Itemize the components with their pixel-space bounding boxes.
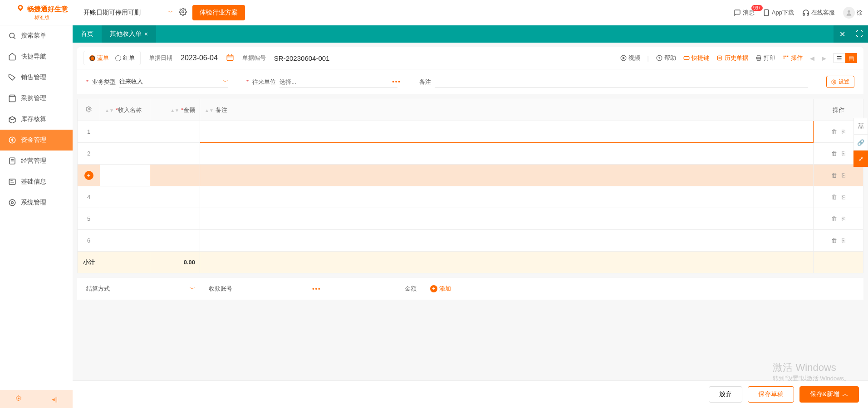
save-draft-button[interactable]: 保存草稿 [748, 386, 794, 403]
sidebar-footer: ◂∥ [0, 390, 73, 408]
footer: 放弃 保存草稿 保存&新增︿ [73, 380, 868, 408]
col-income-name[interactable]: ▲▼*收入名称 [100, 99, 150, 121]
messages-button[interactable]: 消息 99+ [734, 9, 755, 17]
col-amount[interactable]: ▲▼*金额 [150, 99, 200, 121]
delete-icon[interactable]: 🗑 [831, 194, 837, 200]
remark-input[interactable] [435, 77, 808, 87]
copy-icon[interactable]: ⎘ [842, 215, 845, 222]
add-row-button[interactable]: + [84, 171, 93, 180]
rail-expand-icon[interactable]: ⤢ [853, 151, 868, 167]
more-icon[interactable]: ••• [392, 78, 401, 85]
copy-icon[interactable]: ⎘ [842, 172, 845, 179]
no-label: 单据编号 [242, 54, 266, 62]
settle-method-field[interactable]: 结算方式 ﹀ [86, 283, 195, 294]
rail-note-icon[interactable]: 䓵 [853, 118, 868, 134]
svg-point-35 [834, 81, 835, 83]
partner-input[interactable] [280, 77, 397, 87]
close-icon[interactable]: × [144, 30, 148, 38]
delete-icon[interactable]: 🗑 [831, 237, 837, 244]
calendar-icon[interactable] [226, 53, 234, 63]
save-new-button[interactable]: 保存&新增︿ [799, 386, 859, 403]
doc-icon [8, 157, 16, 165]
sidebar-item-search[interactable]: 搜索菜单 [0, 25, 73, 46]
money-icon [8, 136, 16, 144]
main: 首页 其他收入单× ✕ ⛶ 蓝单 红单 单据日期 2023-06-04 单据编号… [73, 25, 868, 408]
biztype-input[interactable] [119, 77, 228, 87]
operate-button[interactable]: 操作 [783, 54, 803, 62]
mobile-icon [763, 9, 770, 16]
app-download-button[interactable]: App下载 [763, 9, 794, 17]
sidebar-item-basic[interactable]: 基础信息 [0, 171, 73, 192]
tab-close-button[interactable]: ✕ [834, 25, 851, 43]
remark-field[interactable]: 备注 [419, 77, 808, 87]
view-list-button[interactable]: ☰ [834, 53, 845, 63]
collapse-icon[interactable]: ◂∥ [52, 396, 58, 403]
next-button[interactable]: ▶ [822, 55, 826, 62]
table-row[interactable]: 6 🗑⎘ [78, 230, 863, 252]
sort-icon: ▲▼ [170, 109, 179, 112]
info-icon [8, 178, 16, 186]
table-row[interactable]: 5 🗑⎘ [78, 208, 863, 230]
sidebar-item-inventory[interactable]: 库存核算 [0, 109, 73, 130]
svg-point-16 [18, 398, 20, 399]
sidebar-item-operation[interactable]: 经营管理 [0, 151, 73, 171]
settings-icon[interactable] [15, 395, 22, 403]
top-header: 畅捷通好生意 标准版 开账日期可停用可删 ﹀ 体验行业方案 消息 99+ App… [0, 0, 868, 25]
video-button[interactable]: 视频 [620, 54, 640, 62]
radio-blue[interactable]: 蓝单 [89, 54, 109, 62]
copy-icon[interactable]: ⎘ [842, 194, 845, 200]
account-period-dropdown[interactable]: 开账日期可停用可删 ﹀ [83, 9, 173, 17]
radio-red[interactable]: 红单 [115, 54, 135, 62]
sidebar-item-nav[interactable]: 快捷导航 [0, 46, 73, 67]
date-value[interactable]: 2023-06-04 [181, 54, 218, 62]
table-row[interactable]: 2 🗑⎘ [78, 143, 863, 165]
sidebar-item-purchase[interactable]: 采购管理 [0, 88, 73, 109]
settle-method-input[interactable] [113, 283, 195, 294]
chevron-down-icon[interactable]: ﹀ [190, 285, 195, 293]
discard-button[interactable]: 放弃 [709, 386, 742, 403]
chevron-down-icon[interactable]: ﹀ [223, 78, 228, 86]
add-settlement-button[interactable]: +添加 [430, 285, 451, 293]
prev-button[interactable]: ◀ [810, 55, 814, 62]
experience-plan-button[interactable]: 体验行业方案 [192, 5, 245, 20]
copy-icon[interactable]: ⎘ [842, 237, 845, 244]
online-service-button[interactable]: 在线客服 [802, 9, 835, 17]
gear-icon[interactable] [179, 8, 187, 17]
view-detail-button[interactable]: ▤ [845, 53, 857, 63]
print-button[interactable]: 打印 [755, 54, 775, 62]
fullscreen-icon[interactable]: ⛶ [851, 25, 868, 43]
biztype-field[interactable]: * 业务类型 ﹀ [86, 77, 228, 87]
account-field[interactable]: 收款账号 ••• [209, 283, 321, 294]
help-button[interactable]: 帮助 [656, 54, 676, 62]
rail-link-icon[interactable]: 🔗 [853, 134, 868, 151]
shortcut-button[interactable]: 快捷键 [683, 54, 709, 62]
dropdown-label: 开账日期可停用可删 [83, 9, 141, 17]
delete-icon[interactable]: 🗑 [831, 128, 837, 135]
amount-input[interactable] [335, 283, 417, 294]
sidebar-item-finance[interactable]: 资金管理 [0, 130, 73, 151]
copy-icon[interactable]: ⎘ [842, 150, 845, 157]
copy-icon[interactable]: ⎘ [842, 128, 845, 135]
delete-icon[interactable]: 🗑 [831, 150, 837, 157]
history-button[interactable]: 历史单据 [716, 54, 748, 62]
user-menu[interactable]: 徐 [843, 7, 863, 19]
table-row-add[interactable]: + 🗑⎘ [78, 165, 863, 186]
table-row[interactable]: 4 🗑⎘ [78, 186, 863, 208]
more-icon[interactable]: ••• [312, 286, 321, 292]
col-remark[interactable]: ▲▼备注 [200, 99, 814, 121]
date-label: 单据日期 [149, 54, 172, 62]
delete-icon[interactable]: 🗑 [831, 172, 837, 179]
settings-button[interactable]: 设置 [826, 76, 854, 88]
partner-field[interactable]: * 往来单位 ••• [246, 77, 401, 87]
tab-other-income[interactable]: 其他收入单× [102, 25, 156, 43]
sidebar-item-sales[interactable]: 销售管理 [0, 67, 73, 88]
delete-icon[interactable]: 🗑 [831, 215, 837, 222]
logo-icon [15, 4, 25, 14]
col-settings[interactable] [78, 99, 100, 121]
svg-rect-34 [784, 58, 785, 58]
account-input[interactable] [236, 283, 318, 294]
sidebar-item-system[interactable]: 系统管理 [0, 192, 73, 213]
tab-home[interactable]: 首页 [73, 25, 102, 43]
amount-field[interactable] [335, 283, 417, 294]
table-row[interactable]: 1 🗑⎘ [78, 121, 863, 143]
